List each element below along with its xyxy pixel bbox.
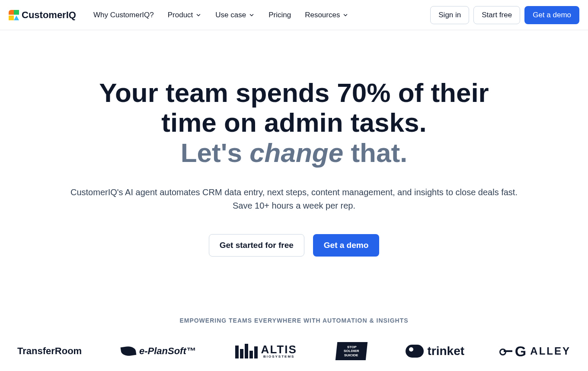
hero-sub-emphasis: change [249, 138, 343, 168]
partner-logo-galley: G ALLEY [504, 344, 571, 358]
hero-headline-sub: Let's change that. [181, 138, 408, 168]
hero-desc-line2: Save 10+ hours a week per rep. [0, 199, 588, 212]
hero-sub-suffix: that. [343, 138, 407, 168]
badge-icon: STOP SOLDIER SUICIDE [335, 342, 367, 360]
nav-item-pricing[interactable]: Pricing [268, 11, 291, 19]
primary-nav: Why CustomerIQ? Product Use case Pricing… [93, 11, 349, 19]
partner-label: ALLEY [530, 345, 571, 357]
hero-cta-group: Get started for free Get a demo [0, 234, 588, 257]
site-header: CustomerIQ Why CustomerIQ? Product Use c… [0, 0, 588, 30]
partner-logos-section: EMPOWERING TEAMS EVERYWHERE WITH AUTOMAT… [0, 317, 588, 360]
get-started-free-button[interactable]: Get started for free [209, 234, 304, 257]
logos-row: TransferRoom e-PlanSoft™ ALTIS BIOSYSTEM… [0, 342, 588, 360]
brand-logo[interactable]: CustomerIQ [9, 10, 76, 21]
hero-description: CustomerIQ's AI agent automates CRM data… [0, 186, 588, 212]
hero-sub-prefix: Let's [181, 138, 249, 168]
partner-logo-trinket: trinket [406, 344, 464, 358]
partner-label: e-PlanSoft™ [139, 346, 196, 357]
partner-label: ALTIS BIOSYSTEMS [261, 344, 297, 358]
sign-in-button[interactable]: Sign in [430, 6, 469, 24]
header-actions: Sign in Start free Get a demo [430, 6, 579, 24]
chevron-down-icon [195, 12, 201, 18]
chevron-down-icon [342, 12, 348, 18]
key-icon [504, 350, 512, 352]
brand-mark-icon [9, 10, 19, 20]
partner-logo-eplansoft: e-PlanSoft™ [121, 346, 196, 357]
nav-item-resources[interactable]: Resources [305, 11, 348, 19]
partner-logo-transferroom: TransferRoom [17, 346, 82, 357]
get-demo-button[interactable]: Get a demo [524, 6, 579, 24]
nav-label: Why CustomerIQ? [93, 11, 154, 19]
nav-item-why[interactable]: Why CustomerIQ? [93, 11, 154, 19]
nav-item-product[interactable]: Product [168, 11, 202, 19]
partner-logo-altis: ALTIS BIOSYSTEMS [235, 344, 297, 358]
nav-label: Resources [305, 11, 340, 19]
hero-desc-line1: CustomerIQ's AI agent automates CRM data… [0, 186, 588, 199]
letter-g-icon: G [515, 344, 527, 358]
partner-label: TransferRoom [17, 346, 82, 357]
nav-label: Use case [215, 11, 246, 19]
leaf-icon [121, 346, 137, 357]
logos-caption: EMPOWERING TEAMS EVERYWHERE WITH AUTOMAT… [0, 317, 588, 324]
nav-label: Product [168, 11, 193, 19]
brand-name: CustomerIQ [22, 10, 76, 21]
get-demo-button-hero[interactable]: Get a demo [313, 234, 379, 257]
partner-label: trinket [427, 344, 464, 358]
header-left: CustomerIQ Why CustomerIQ? Product Use c… [9, 10, 348, 21]
partner-logo-stopsoldier: STOP SOLDIER SUICIDE [336, 342, 367, 360]
start-free-button[interactable]: Start free [473, 6, 520, 24]
hero-headline-main: Your team spends 70% of their time on ad… [99, 78, 489, 137]
circle-icon [406, 345, 424, 358]
hero-headline: Your team spends 70% of their time on ad… [78, 78, 510, 168]
chevron-down-icon [249, 12, 255, 18]
bars-icon [235, 344, 258, 358]
nav-label: Pricing [268, 11, 291, 19]
nav-item-usecase[interactable]: Use case [215, 11, 255, 19]
hero-section: Your team spends 70% of their time on ad… [0, 30, 588, 257]
